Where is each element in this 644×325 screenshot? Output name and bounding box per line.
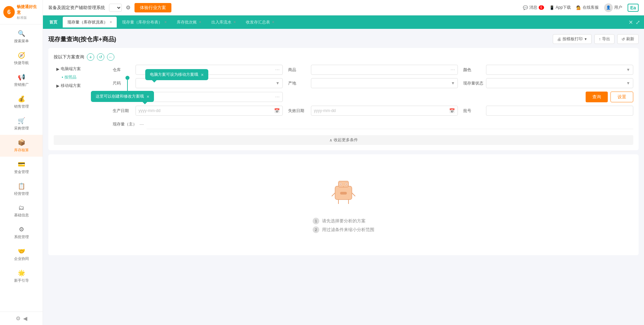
sidebar-item-guide[interactable]: 🧭 快捷导航: [0, 48, 43, 69]
tab-close-batch-ledger[interactable]: ×: [199, 20, 201, 24]
system-icon: ⚙: [19, 226, 24, 233]
sidebar-item-enterprise[interactable]: 🤝 企业协同: [0, 243, 43, 265]
logo-badge: 标准版: [17, 15, 39, 20]
tab-batch-ledger[interactable]: 库存批次账 ×: [172, 17, 206, 28]
tab-inventory-status[interactable]: 现存量（库存状况表） ×: [63, 17, 117, 28]
sidebar-item-marketing[interactable]: 📢 营销推广: [0, 69, 43, 91]
exp-date-input[interactable]: yyyy-mm-dd 📅: [311, 106, 458, 116]
tab-home[interactable]: 首页: [45, 17, 62, 28]
support-item[interactable]: 💁 在线客服: [576, 5, 599, 10]
print-arrow: ▼: [584, 37, 587, 41]
step-num-2: 2: [313, 226, 319, 233]
avatar: 👤: [604, 3, 613, 12]
tab-expand-icon[interactable]: ⤢: [636, 19, 640, 25]
color-select[interactable]: ▼: [486, 65, 633, 75]
pc-scheme-item[interactable]: ▶ 电脑端方案: [54, 65, 107, 73]
logo-area: 6 畅捷通好生意 标准版: [0, 0, 43, 24]
ea-item[interactable]: Ea: [628, 4, 639, 12]
sidebar-item-search[interactable]: 🔍 搜索菜单: [0, 26, 43, 48]
sales-icon: 💰: [18, 95, 25, 103]
batch-label: 批号: [463, 108, 483, 114]
tab-close-inventory-dist[interactable]: ×: [164, 20, 167, 24]
inventory-icon: 📦: [18, 139, 25, 146]
mobile-scheme-item[interactable]: ▶ 移动端方案: [54, 82, 107, 90]
filter-arrow-button[interactable]: ←: [107, 53, 114, 61]
finance-icon: 💳: [18, 161, 25, 168]
prod-date-input[interactable]: yyyy-mm-dd 📅: [136, 106, 283, 116]
pc-scheme-label: 电脑端方案: [61, 66, 81, 72]
tab-close-receive-summary[interactable]: ×: [272, 20, 274, 24]
sidebar-item-sales[interactable]: 💰 销售管理: [0, 91, 43, 113]
filter-refresh-button[interactable]: ↺: [97, 53, 104, 61]
sidebar-item-inventory[interactable]: 📦 库存核算: [0, 135, 43, 157]
origin-select[interactable]: ▼: [311, 78, 458, 88]
field-origin-label: 产地: [288, 80, 308, 86]
tab-inout-flow[interactable]: 出入库流水 ×: [207, 17, 240, 28]
export-icon: ↑: [599, 37, 601, 42]
print-label: 按模板打印: [562, 36, 583, 42]
tooltip2-text: 这里可以创建和修改方案哦: [96, 94, 144, 99]
exp-date-label: 失效日期: [288, 108, 308, 114]
empty-step-2: 2 用过滤条件来缩小分析范围: [313, 226, 374, 233]
tab-inventory-dist[interactable]: 现存量（库存分布表） ×: [117, 17, 171, 28]
ea-label: Ea: [628, 4, 639, 12]
prod-date-placeholder: yyyy-mm-dd: [139, 108, 160, 113]
refresh-button[interactable]: ↺ 刷新: [617, 34, 639, 44]
basic-icon: 🗂: [18, 204, 24, 211]
filter-add-button[interactable]: +: [87, 53, 94, 61]
newbie-icon: 🌟: [18, 269, 25, 277]
goods-dots[interactable]: ···: [450, 67, 455, 73]
reset-button[interactable]: 设置: [610, 92, 633, 102]
tab-home-label: 首页: [49, 19, 57, 25]
tooltip1-close[interactable]: ×: [201, 72, 204, 77]
sidebar-item-purchase[interactable]: 🛒 采购管理: [0, 113, 43, 135]
settings-bottom-icon[interactable]: ⚙: [16, 315, 20, 322]
filter-row-date: 生产日期 yyyy-mm-dd 📅 失效日期 yyyy-mm-dd 📅: [113, 106, 633, 116]
scheme-tree: ▶ 电脑端方案 • 按照品 ▶ 移动端方案: [54, 65, 107, 90]
exp-date-icon: 📅: [449, 108, 455, 113]
message-icon: 💬: [523, 5, 528, 10]
svg-point-6: [346, 183, 347, 185]
sidebar-item-basic[interactable]: 🗂 基础信息: [0, 200, 43, 222]
tab-inventory-status-label: 现存量（库存状况表）: [67, 19, 108, 25]
refresh-label: 刷新: [626, 36, 634, 42]
guide-icon: 🧭: [18, 52, 25, 59]
tab-batch-ledger-label: 库存批次账: [177, 19, 197, 25]
search-button[interactable]: 查询: [586, 92, 608, 102]
tab-close-inventory-status[interactable]: ×: [110, 20, 112, 24]
tab-close-icon[interactable]: ✕: [629, 19, 633, 25]
tooltip-create-scheme: 这里可以创建和修改方案哦 ×: [91, 91, 154, 102]
trial-button[interactable]: 体验行业方案: [135, 3, 171, 12]
status-select[interactable]: ▼: [486, 78, 633, 88]
collapse-icon[interactable]: ◀: [23, 315, 27, 322]
collapse-button[interactable]: ∧ 收起更多条件: [54, 135, 633, 145]
warehouse-dots[interactable]: ···: [275, 67, 279, 73]
sidebar-item-finance[interactable]: 💳 资金管理: [0, 157, 43, 178]
header-gear-icon[interactable]: ⚙: [126, 4, 130, 11]
exp-date-placeholder: yyyy-mm-dd: [314, 108, 336, 113]
tab-close-inout-flow[interactable]: ×: [233, 20, 236, 24]
system-title: 装备及固定资产辅助管理系统: [48, 5, 105, 11]
message-item[interactable]: 💬 消息 6: [523, 5, 544, 10]
bygoods-select[interactable]: ···: [136, 92, 283, 102]
batch-input[interactable]: [486, 106, 633, 116]
goods-select[interactable]: ···: [311, 65, 458, 75]
print-button[interactable]: 🖨 按模板打印 ▼: [553, 34, 592, 44]
support-icon: 💁: [576, 5, 581, 10]
content-area: 现存量查询(按仓库+商品) 🖨 按模板打印 ▼ ↑ 导出 ↺ 刷新: [43, 29, 644, 261]
tooltip2-close[interactable]: ×: [147, 94, 149, 99]
pc-item-label[interactable]: • 按照品: [54, 73, 107, 82]
export-button[interactable]: ↑ 导出: [594, 34, 614, 44]
sidebar-item-system[interactable]: ⚙ 系统管理: [0, 222, 43, 243]
sidebar-item-operations[interactable]: 📋 经营管理: [0, 178, 43, 200]
tab-receive-summary[interactable]: 收发存汇总表 ×: [241, 17, 279, 28]
filter-header: 按以下方案查询 + ↺ ←: [54, 53, 633, 61]
pc-arrow: ▶: [56, 67, 59, 71]
sidebar-item-newbie[interactable]: 🌟 新手引导: [0, 265, 43, 287]
header: 装备及固定资产辅助管理系统 ⚙ 体验行业方案 💬 消息 6 📱 App下载 💁 …: [43, 0, 644, 15]
user-item[interactable]: 👤 用户: [604, 3, 622, 12]
system-select[interactable]: [109, 4, 122, 12]
bygoods-dots[interactable]: ···: [275, 94, 279, 100]
page-header: 现存量查询(按仓库+商品) 🖨 按模板打印 ▼ ↑ 导出 ↺ 刷新: [48, 34, 639, 44]
app-download-item[interactable]: 📱 App下载: [549, 5, 571, 10]
